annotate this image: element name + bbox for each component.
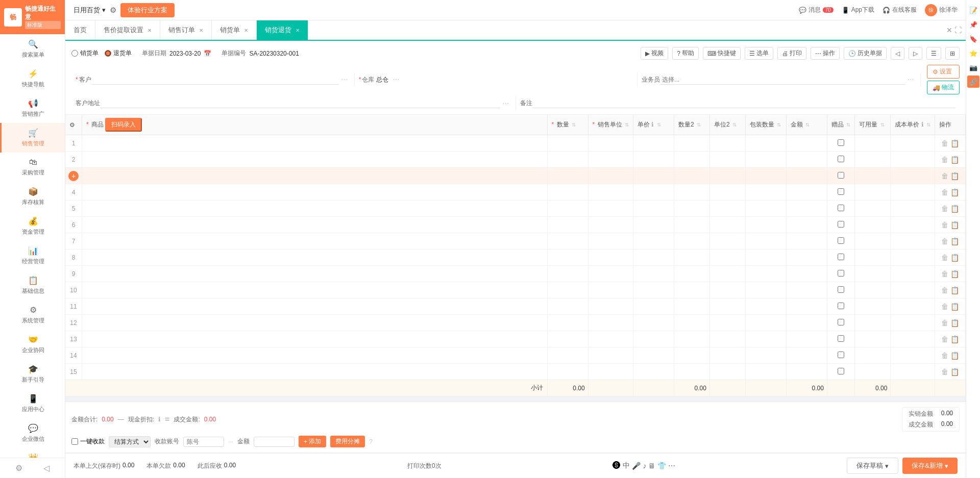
tab-sales-order[interactable]: 销售订单 ✕ [160,20,212,40]
discount-info-icon[interactable]: ℹ [158,416,161,423]
s-icon[interactable]: 🅢 [612,461,621,470]
right-sidebar-notes-icon[interactable]: 📝 [967,4,979,16]
copy-row-icon[interactable]: 📋 [950,319,959,327]
sidebar-item-collab[interactable]: 🤝 企业协同 [0,330,65,359]
topbar-gear-icon[interactable]: ⚙ [110,6,116,15]
screen-icon[interactable]: 🖥 [648,462,655,470]
address-dots-icon[interactable]: ··· [500,99,511,108]
save-new-dropdown-icon[interactable]: ▾ [945,462,948,470]
avail-cell-active[interactable] [855,168,891,184]
radio-sales-return[interactable]: 退货单 [105,49,132,58]
delete-row-icon[interactable]: 🗑 [941,221,948,229]
gift-sort-icon[interactable]: ⇅ [846,122,850,128]
list-view-btn[interactable]: ☰ [926,47,941,60]
right-sidebar-bookmark-icon[interactable]: 🔖 [967,33,979,45]
tab-sales-delivery[interactable]: 销货单 ✕ [212,20,257,40]
delete-row-icon[interactable]: 🗑 [941,237,948,245]
logistics-btn[interactable]: 🚚 物流 [927,81,960,94]
copy-row-icon[interactable]: 📋 [950,351,959,360]
tab-fullscreen-icon[interactable]: ⛶ [954,26,962,34]
right-sidebar-image-icon[interactable]: 📷 [967,61,979,73]
copy-row-icon[interactable]: 📋 [950,335,959,343]
pkg-cell[interactable] [745,152,786,168]
price-sort-icon[interactable]: ⇅ [657,122,661,128]
cn-icon[interactable]: 中 [623,461,630,470]
radio-sales-delivery-input[interactable] [71,50,78,57]
sidebar-item-basic-info[interactable]: 📋 基础信息 [0,270,65,300]
help-btn[interactable]: ? 帮助 [672,47,699,60]
copy-row-icon[interactable]: 📋 [950,188,959,196]
right-sidebar-star-icon[interactable]: ⭐ [967,47,979,59]
col-gear-header[interactable]: ⚙ [65,115,82,135]
tab-sales-return[interactable]: 销货退货 ✕ [257,20,308,40]
gift-cell[interactable] [827,135,854,152]
more-icon[interactable]: ⋯ [668,462,675,470]
video-btn[interactable]: ▶ 视频 [641,47,668,60]
tab-sales-delivery-close-icon[interactable]: ✕ [244,28,248,33]
one-click-checkbox-input[interactable] [71,438,78,445]
account-input[interactable] [183,437,224,447]
avail-cell[interactable] [855,135,891,152]
delete-row-icon[interactable]: 🗑 [941,286,948,294]
price-info-icon[interactable]: ℹ [651,121,654,128]
sidebar-item-search[interactable]: 🔍 搜索菜单 [0,34,65,64]
copy-row-icon[interactable]: 📋 [950,156,959,164]
warehouse-dots-icon[interactable]: ··· [390,75,401,84]
amount-sort-icon[interactable]: ⇅ [805,122,810,128]
online-service-btn[interactable]: 🎧 在线客服 [883,6,917,14]
gift-cell-active[interactable] [827,168,854,184]
scan-btn[interactable]: 扫码录入 [105,118,142,132]
prev-record-btn[interactable]: ◁ [891,47,904,60]
qty2-cell[interactable] [674,152,709,168]
sidebar-item-member[interactable]: 👑 畅会员 [0,448,65,458]
radio-sales-return-input[interactable] [105,50,111,57]
next-record-btn[interactable]: ▷ [909,47,922,60]
sidebar-settings-icon[interactable]: ⚙ [15,463,22,473]
delete-row-icon[interactable]: 🗑 [941,156,948,164]
copy-row-icon[interactable]: 📋 [950,303,959,311]
pkg-cell[interactable] [745,135,786,152]
qty-cell-active[interactable] [547,168,588,184]
app-download-btn[interactable]: 📱 App下载 [842,6,874,14]
radio-sales-delivery[interactable]: 销货单 [71,49,99,58]
copy-row-icon[interactable]: 📋 [950,237,959,245]
tab-sales-return-close-icon[interactable]: ✕ [296,28,300,33]
calc-method-select[interactable]: 结算方式 [109,436,151,447]
copy-row-icon[interactable]: 📋 [950,270,959,278]
delete-row-icon[interactable]: 🗑 [941,188,948,196]
one-click-payment-checkbox[interactable]: 一键收款 [71,437,105,446]
operations-btn[interactable]: ⋯ 操作 [811,47,840,60]
sidebar-item-purchase[interactable]: 🛍 采购管理 [0,153,65,182]
delete-row-icon[interactable]: 🗑 [941,205,948,213]
copy-row-icon[interactable]: 📋 [950,221,959,229]
sidebar-item-wechat[interactable]: 💬 企业微信 [0,418,65,448]
user-profile-btn[interactable]: 徐 徐泽华 [925,4,958,16]
delete-row-icon[interactable]: 🗑 [941,172,948,180]
sidebar-item-system[interactable]: ⚙ 系统管理 [0,300,65,330]
copy-row-icon[interactable]: 📋 [950,368,959,376]
sidebar-item-quick[interactable]: ⚡ 快捷导航 [0,64,65,93]
delete-row-icon[interactable]: 🗑 [941,303,948,311]
delete-row-icon[interactable]: 🗑 [941,351,948,360]
grid-view-btn[interactable]: ⊞ [945,47,960,60]
qty-cell[interactable] [547,152,588,168]
unit2-cell[interactable] [709,152,745,168]
sidebar-item-apps[interactable]: 📱 应用中心 [0,389,65,418]
tab-home[interactable]: 首页 [65,20,95,40]
unit-cell[interactable] [588,152,633,168]
delete-row-icon[interactable]: 🗑 [941,335,948,343]
avail-sort-icon[interactable]: ⇅ [880,122,885,128]
product-cell-active[interactable] [82,168,548,184]
fee-help-icon[interactable]: ? [369,438,373,445]
experience-btn[interactable]: 体验行业方案 [120,3,175,17]
delete-row-icon[interactable]: 🗑 [941,139,948,147]
avail-cell[interactable] [855,152,891,168]
remark-input[interactable] [532,98,956,108]
music-icon[interactable]: ♪ [643,462,646,470]
customer-dots-icon[interactable]: ··· [339,75,350,84]
gift-cell[interactable] [827,152,854,168]
product-cell[interactable] [82,135,548,152]
add-btn[interactable]: + 添加 [299,436,326,447]
cost-cell[interactable] [891,135,935,152]
copy-row-icon[interactable]: 📋 [950,205,959,213]
